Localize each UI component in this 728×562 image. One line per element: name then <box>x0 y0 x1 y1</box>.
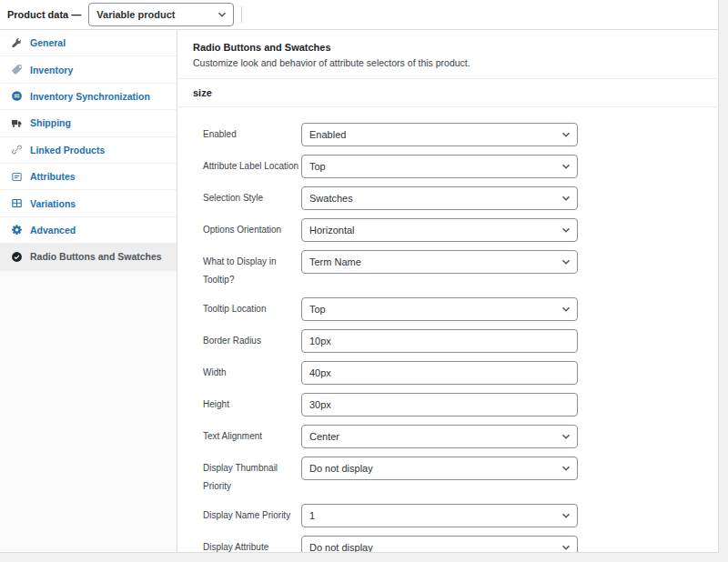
tooltip-display-select[interactable]: Term Name <box>301 250 578 274</box>
select-value: Horizontal <box>309 225 355 236</box>
sidebar-item-label: Inventory Synchronization <box>30 91 150 102</box>
display-thumbnail-priority-select[interactable]: Do not display <box>301 457 578 480</box>
sidebar-item-variations[interactable]: Variations <box>0 190 177 216</box>
sidebar-item-advanced[interactable]: Advanced <box>0 217 177 244</box>
field-label: Enabled <box>203 123 301 144</box>
select-value: Enabled <box>309 129 346 140</box>
field-row-tooltip-location: Tooltip Location Top <box>203 297 578 321</box>
sidebar-item-label: General <box>30 37 66 48</box>
select-value: Center <box>309 431 339 442</box>
border-radius-input[interactable] <box>301 329 578 353</box>
settings-form: Enabled Enabled Attribute Label Location… <box>177 107 718 552</box>
chevron-down-icon <box>561 193 571 204</box>
product-data-header: Product data — Variable product <box>0 0 718 30</box>
sidebar-item-label: Advanced <box>30 225 76 236</box>
panel-title: Radio Buttons and Swatches <box>193 42 703 53</box>
select-value: Top <box>309 304 326 315</box>
sidebar-item-inventory-synchronization[interactable]: Inventory Synchronization <box>0 84 177 110</box>
text-alignment-select[interactable]: Center <box>301 425 578 448</box>
chevron-down-icon <box>561 463 571 474</box>
sidebar-item-label: Attributes <box>30 171 76 182</box>
field-label: Width <box>203 361 301 382</box>
field-label: Selection Style <box>203 186 301 207</box>
field-row-attribute-label-location: Attribute Label Location Top <box>203 155 578 178</box>
divider <box>241 6 242 23</box>
sync-icon <box>11 90 23 102</box>
field-label: Display Thumbnail Priority <box>203 457 301 496</box>
sidebar-item-inventory[interactable]: Inventory <box>0 56 177 83</box>
product-data-label: Product data — <box>7 9 81 20</box>
wrench-icon <box>11 37 23 49</box>
attribute-section-title: size <box>177 79 718 106</box>
select-value: Term Name <box>309 256 361 267</box>
chevron-down-icon <box>561 542 571 552</box>
field-label: What to Display in Tooltip? <box>203 250 301 289</box>
list-box-icon <box>11 171 23 183</box>
sidebar-item-label: Linked Products <box>30 145 105 156</box>
chevron-down-icon <box>561 510 571 521</box>
chevron-down-icon <box>561 431 571 442</box>
product-type-select[interactable]: Variable product <box>88 3 234 26</box>
sidebar-item-linked-products[interactable]: Linked Products <box>0 137 177 164</box>
field-row-selection-style: Selection Style Swatches <box>203 186 578 210</box>
field-label: Display Name Priority <box>203 504 301 525</box>
gear-icon <box>11 224 23 236</box>
panel: Product data — Variable product General <box>0 0 719 553</box>
field-row-tooltip-display: What to Display in Tooltip? Term Name <box>203 250 578 289</box>
field-row-width: Width <box>203 361 578 385</box>
field-label: Height <box>203 393 301 414</box>
options-orientation-select[interactable]: Horizontal <box>301 218 578 242</box>
field-row-border-radius: Border Radius <box>203 329 578 353</box>
grid-icon <box>11 197 23 209</box>
chevron-down-icon <box>561 161 571 172</box>
chevron-down-icon <box>217 9 228 20</box>
tag-icon <box>11 64 23 75</box>
sidebar-item-label: Shipping <box>30 117 71 128</box>
chevron-down-icon <box>561 256 571 267</box>
sidebar-item-label: Radio Buttons and Swatches <box>30 251 162 262</box>
tooltip-location-select[interactable]: Top <box>301 297 578 321</box>
select-value: Do not display <box>309 542 373 552</box>
field-row-enabled: Enabled Enabled <box>203 123 578 146</box>
attribute-label-location-select[interactable]: Top <box>301 155 578 178</box>
field-row-display-thumbnail-priority: Display Thumbnail Priority Do not displa… <box>203 457 578 496</box>
field-row-display-attribute-description: Display Attribute Description Do not dis… <box>203 536 578 552</box>
field-label: Options Orientation <box>203 218 301 239</box>
field-row-options-orientation: Options Orientation Horizontal <box>203 218 578 242</box>
field-label: Text Alignment <box>203 425 301 446</box>
display-name-priority-select[interactable]: 1 <box>301 504 578 527</box>
product-type-value: Variable product <box>96 9 175 20</box>
select-value: Top <box>309 161 326 172</box>
field-row-display-name-priority: Display Name Priority 1 <box>203 504 578 527</box>
width-input[interactable] <box>301 361 578 385</box>
field-label: Border Radius <box>203 329 301 350</box>
radio-buttons-swatches-panel: Radio Buttons and Swatches Customize loo… <box>177 30 718 552</box>
select-value: Do not display <box>309 463 373 474</box>
sidebar-item-label: Variations <box>30 198 76 209</box>
panel-description: Customize look and behavior of attribute… <box>193 57 703 68</box>
truck-icon <box>11 117 23 129</box>
field-row-text-alignment: Text Alignment Center <box>203 425 578 448</box>
link-icon <box>11 144 23 156</box>
select-value: 1 <box>309 510 315 521</box>
height-input[interactable] <box>301 393 578 416</box>
sidebar-item-general[interactable]: General <box>0 30 177 56</box>
selection-style-select[interactable]: Swatches <box>301 186 578 210</box>
sidebar-item-radio-buttons-and-swatches[interactable]: Radio Buttons and Swatches <box>0 244 177 270</box>
display-attribute-description-select[interactable]: Do not display <box>301 536 578 552</box>
field-label: Tooltip Location <box>203 297 301 318</box>
chevron-down-icon <box>561 225 571 236</box>
sidebar-item-attributes[interactable]: Attributes <box>0 164 177 190</box>
field-row-height: Height <box>203 393 578 416</box>
enabled-select[interactable]: Enabled <box>301 123 578 146</box>
product-data-metabox: Product data — Variable product General <box>0 0 728 562</box>
chevron-down-icon <box>561 304 571 315</box>
field-label: Display Attribute Description <box>203 536 301 552</box>
chevron-down-icon <box>561 129 571 140</box>
sidebar-item-shipping[interactable]: Shipping <box>0 110 177 136</box>
sidebar-item-label: Inventory <box>30 65 73 75</box>
check-circle-icon <box>11 251 23 263</box>
product-data-tabs: General Inventory Inventory Synchronizat… <box>0 30 177 552</box>
field-label: Attribute Label Location <box>203 155 301 176</box>
select-value: Swatches <box>309 193 353 204</box>
